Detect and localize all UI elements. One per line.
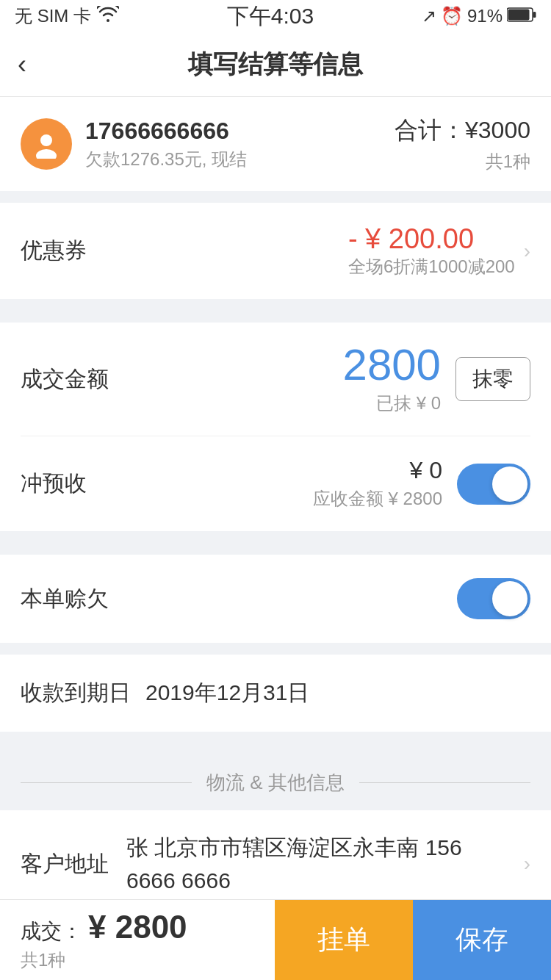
amount-number-block: 2800 已抹 ¥ 0 <box>343 343 441 415</box>
nav-bar: ‹ 填写结算等信息 <box>0 32 551 97</box>
svg-point-4 <box>36 149 57 159</box>
content-area: 17666666666 欠款1276.35元, 现结 合计：¥3000 共1种 … <box>0 97 551 980</box>
user-count: 共1种 <box>395 150 530 173</box>
coupon-label: 优惠券 <box>21 236 87 266</box>
coupon-amount-block: - ¥ 200.00 全场6折满1000减200 <box>348 223 515 278</box>
wifi-icon <box>97 6 119 26</box>
debt-section: 本单赊欠 <box>0 555 551 643</box>
amount-label: 成交金额 <box>21 364 109 394</box>
status-right: ↗ ⏰ 91% <box>422 6 536 26</box>
round-button[interactable]: 抹零 <box>455 357 530 401</box>
bottom-summary: 成交： ¥ 2800 共1种 <box>0 909 275 972</box>
battery-text: 91% <box>467 6 503 26</box>
bottom-deal-label: 成交： <box>21 918 82 945</box>
avatar <box>21 118 72 170</box>
save-button[interactable]: 保存 <box>413 900 551 981</box>
user-right: 合计：¥3000 共1种 <box>395 115 530 173</box>
page-title: 填写结算等信息 <box>188 48 363 82</box>
svg-point-3 <box>40 134 52 146</box>
divider-line-right <box>359 782 530 783</box>
coupon-desc: 全场6折满1000减200 <box>348 255 515 278</box>
user-info-section: 17666666666 欠款1276.35元, 现结 合计：¥3000 共1种 <box>0 97 551 191</box>
chong-toggle[interactable] <box>457 464 530 505</box>
location-icon: ↗ <box>422 6 436 26</box>
user-left: 17666666666 欠款1276.35元, 现结 <box>21 118 247 171</box>
chong-right: ¥ 0 应收金额 ¥ 2800 <box>313 457 530 511</box>
address-chevron-icon: › <box>524 852 530 876</box>
debt-toggle[interactable] <box>457 578 530 619</box>
amount-value: 2800 <box>343 343 441 387</box>
svg-rect-2 <box>508 10 529 21</box>
chong-sub: 应收金额 ¥ 2800 <box>313 487 442 511</box>
divider-line-left <box>21 782 192 783</box>
alarm-icon: ⏰ <box>441 6 463 26</box>
user-phone: 17666666666 <box>85 118 247 145</box>
user-subtitle: 欠款1276.35元, 现结 <box>85 148 247 171</box>
section-divider-3 <box>0 743 551 755</box>
chong-row: 冲预收 ¥ 0 应收金额 ¥ 2800 <box>0 436 551 531</box>
user-info: 17666666666 欠款1276.35元, 现结 <box>85 118 247 171</box>
status-left: 无 SIM 卡 <box>15 4 119 28</box>
due-value: 2019年12月31日 <box>145 678 309 708</box>
amount-sub: 已抹 ¥ 0 <box>343 392 441 415</box>
svg-rect-1 <box>533 12 536 18</box>
bottom-count: 共1种 <box>21 948 254 972</box>
section-divider-2 <box>0 543 551 555</box>
due-label: 收款到期日 <box>21 678 131 708</box>
coupon-right: - ¥ 200.00 全场6折满1000减200 › <box>348 223 530 278</box>
status-bar: 无 SIM 卡 下午4:03 ↗ ⏰ 91% <box>0 0 551 32</box>
debt-label: 本单赊欠 <box>21 584 109 614</box>
address-value: 张 北京市市辖区海淀区永丰南 156 6666 6666 <box>126 831 515 897</box>
amount-right: 2800 已抹 ¥ 0 抹零 <box>343 343 530 415</box>
section-divider-1 <box>0 311 551 323</box>
back-button[interactable]: ‹ <box>18 51 26 78</box>
transaction-section: 成交金额 2800 已抹 ¥ 0 抹零 冲预收 ¥ 0 应收金额 ¥ 2800 <box>0 323 551 531</box>
address-label: 客户地址 <box>21 849 109 879</box>
chong-label: 冲预收 <box>21 469 87 499</box>
bottom-deal-value: ¥ 2800 <box>88 909 187 945</box>
amount-row: 成交金额 2800 已抹 ¥ 0 抹零 <box>0 323 551 436</box>
bottom-deal: 成交： ¥ 2800 <box>21 909 254 945</box>
due-date-section: 收款到期日 2019年12月31日 <box>0 655 551 732</box>
chong-amount: ¥ 0 <box>313 457 442 484</box>
user-total: 合计：¥3000 <box>395 115 530 147</box>
battery-icon <box>507 6 536 26</box>
logistics-divider: 物流 & 其他信息 <box>0 755 551 810</box>
suspend-button[interactable]: 挂单 <box>275 900 413 981</box>
logistics-text: 物流 & 其他信息 <box>206 770 345 796</box>
coupon-section[interactable]: 优惠券 - ¥ 200.00 全场6折满1000减200 › <box>0 203 551 299</box>
coupon-amount-value: - ¥ 200.00 <box>348 223 515 255</box>
status-time: 下午4:03 <box>227 1 314 32</box>
chong-amount-block: ¥ 0 应收金额 ¥ 2800 <box>313 457 442 511</box>
coupon-chevron-icon: › <box>524 239 530 263</box>
carrier-text: 无 SIM 卡 <box>15 4 91 28</box>
bottom-bar: 成交： ¥ 2800 共1种 挂单 保存 <box>0 899 551 980</box>
